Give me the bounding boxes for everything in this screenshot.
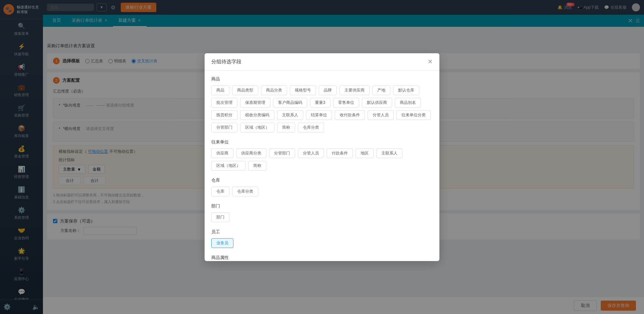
modal: 分组待选字段 ✕ 商品商品商品类型商品分类规格型号品牌主要供应商产地默认仓库批次… — [205, 53, 439, 261]
field-section-4: 员工业务员 — [211, 229, 433, 248]
field-tag-1-2[interactable]: 分管部门 — [269, 148, 295, 158]
field-section-3: 部门部门 — [211, 203, 433, 222]
field-section-2: 仓库仓库仓库分类 — [211, 177, 433, 196]
field-tag-0-13[interactable]: 默认供应商 — [362, 98, 392, 108]
field-section-5: 商品属性属性颜色多规格尺码鞋码1 — [211, 255, 433, 261]
field-tag-0-24[interactable]: 简称 — [277, 123, 295, 132]
field-tag-0-9[interactable]: 保质期管理 — [240, 98, 270, 108]
field-tag-3-0[interactable]: 部门 — [211, 212, 229, 222]
field-tag-1-7[interactable]: 区域（地区） — [211, 161, 246, 171]
field-tag-0-12[interactable]: 零售单位 — [333, 98, 359, 108]
field-tag-0-4[interactable]: 品牌 — [319, 85, 337, 95]
field-tags-1: 供应商供应商分类分管部门分管人员付款条件地区主联系人区域（地区）简称 — [211, 148, 433, 171]
field-tag-0-5[interactable]: 主要供应商 — [339, 85, 370, 95]
field-tag-0-8[interactable]: 批次管理 — [211, 98, 237, 108]
field-tag-0-18[interactable]: 结算单位 — [306, 110, 332, 120]
field-tag-0-22[interactable]: 分管部门 — [211, 123, 237, 132]
field-tag-2-1[interactable]: 仓库分类 — [232, 187, 258, 196]
field-tag-0-20[interactable]: 分管人员 — [368, 110, 394, 120]
field-tag-1-1[interactable]: 供应商分类 — [236, 148, 266, 158]
field-tag-0-11[interactable]: 重量3 — [310, 98, 330, 108]
field-tags-3: 部门 — [211, 212, 433, 222]
field-tag-1-0[interactable]: 供应商 — [211, 148, 233, 158]
modal-overlay[interactable]: 分组待选字段 ✕ 商品商品商品类型商品分类规格型号品牌主要供应商产地默认仓库批次… — [0, 0, 644, 314]
field-tag-0-25[interactable]: 仓库分类 — [298, 123, 324, 132]
section-title-1: 往来单位 — [211, 139, 433, 145]
field-tag-4-0[interactable]: 业务员 — [211, 238, 233, 248]
field-tags-4: 业务员 — [211, 238, 433, 248]
field-section-1: 往来单位供应商供应商分类分管部门分管人员付款条件地区主联系人区域（地区）简称 — [211, 139, 433, 171]
field-tag-0-7[interactable]: 默认仓库 — [393, 85, 419, 95]
field-tag-0-1[interactable]: 商品类型 — [232, 85, 258, 95]
section-title-5: 商品属性 — [211, 255, 433, 261]
field-tag-0-6[interactable]: 产地 — [372, 85, 390, 95]
field-tag-1-6[interactable]: 主联系人 — [376, 148, 402, 158]
modal-body[interactable]: 商品商品商品类型商品分类规格型号品牌主要供应商产地默认仓库批次管理保质期管理客户… — [205, 71, 439, 261]
field-tag-1-3[interactable]: 分管人员 — [298, 148, 324, 158]
field-tags-0: 商品商品类型商品分类规格型号品牌主要供应商产地默认仓库批次管理保质期管理客户商品… — [211, 85, 433, 132]
field-tag-0-10[interactable]: 客户商品编码 — [273, 98, 307, 108]
modal-close-button[interactable]: ✕ — [428, 59, 433, 65]
field-tag-0-19[interactable]: 收付款条件 — [335, 110, 365, 120]
field-tag-0-23[interactable]: 区域（地区） — [240, 123, 274, 132]
field-tag-2-0[interactable]: 仓库 — [211, 187, 229, 196]
field-tag-0-3[interactable]: 规格型号 — [290, 85, 316, 95]
field-tags-2: 仓库仓库分类 — [211, 187, 433, 196]
field-tag-0-16[interactable]: 税收分类编码 — [240, 110, 274, 120]
field-tag-0-21[interactable]: 往来单位分类 — [396, 110, 431, 120]
field-tag-1-4[interactable]: 付款条件 — [327, 148, 353, 158]
field-section-0: 商品商品商品类型商品分类规格型号品牌主要供应商产地默认仓库批次管理保质期管理客户… — [211, 76, 433, 132]
section-title-0: 商品 — [211, 76, 433, 82]
section-title-4: 员工 — [211, 229, 433, 235]
field-tag-0-17[interactable]: 主联系人 — [277, 110, 303, 120]
field-tag-0-0[interactable]: 商品 — [211, 85, 229, 95]
field-tag-1-8[interactable]: 简称 — [248, 161, 266, 171]
field-tag-0-2[interactable]: 商品分类 — [261, 85, 287, 95]
field-tag-0-15[interactable]: 拣货积分 — [211, 110, 237, 120]
modal-title: 分组待选字段 — [211, 59, 241, 65]
section-title-2: 仓库 — [211, 177, 433, 183]
field-tag-0-14[interactable]: 商品别名 — [395, 98, 421, 108]
field-tag-1-5[interactable]: 地区 — [356, 148, 374, 158]
modal-header: 分组待选字段 ✕ — [205, 53, 439, 71]
section-title-3: 部门 — [211, 203, 433, 209]
